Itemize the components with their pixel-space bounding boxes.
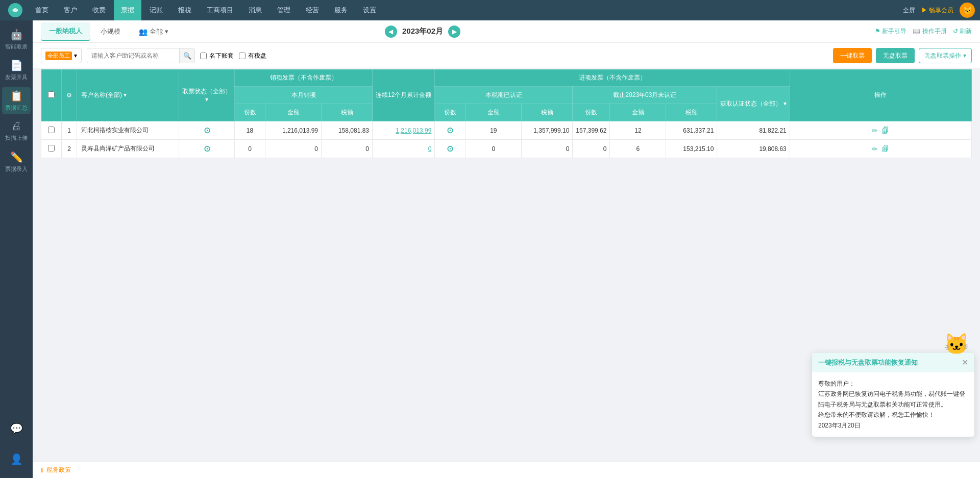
nav-operation[interactable]: 经营	[299, 0, 326, 20]
copy-icon[interactable]: 🗐	[882, 145, 889, 153]
edit-icon[interactable]: ✏	[872, 145, 878, 153]
search-input[interactable]	[87, 48, 179, 63]
row1-uncert-amount: 631,337.21	[666, 121, 717, 140]
table-row: 2 灵寿县尚泽矿产品有限公司 ⊙ 0 0 0 0 ⊙ 0 0 0 6	[41, 140, 972, 158]
employee-filter[interactable]: 全部员工 ▾	[41, 48, 82, 63]
nav-tax[interactable]: 报税	[171, 0, 199, 20]
notification-close-btn[interactable]: ✕	[962, 358, 968, 367]
manual-btn[interactable]: 📖 操作手册	[913, 27, 946, 36]
user-group-icon: 👥	[139, 28, 148, 36]
top-nav-right: 全屏 ▶ 畅享会员 🐱	[903, 3, 975, 18]
th-sales-amount: 金额	[265, 104, 322, 121]
select-all-checkbox[interactable]	[48, 91, 55, 98]
th-cert-count: 份数	[435, 104, 465, 121]
sidebar-item-chat[interactable]: 💬	[2, 415, 31, 442]
row2-select-checkbox[interactable]	[48, 145, 55, 152]
tab-general-taxpayer[interactable]: 一般纳税人	[41, 22, 90, 41]
row1-obtain-status: ⊙	[435, 121, 465, 140]
nav-service[interactable]: 服务	[327, 0, 355, 20]
th-purchase-header: 进项发票（不含作废票）	[435, 69, 790, 87]
nav-bookkeeping[interactable]: 记账	[142, 0, 170, 20]
scan-upload-icon: 🖨	[11, 120, 21, 132]
nav-settings[interactable]: 设置	[356, 0, 383, 20]
tax-disk-checkbox[interactable]	[239, 53, 246, 59]
no-disk-ticket-btn[interactable]: 无盘取票	[876, 48, 915, 63]
one-key-ticket-btn[interactable]: 一键取票	[833, 48, 872, 63]
notification-title: 一键报税与无盘取票功能恢复通知	[818, 358, 918, 367]
nav-manage[interactable]: 管理	[270, 0, 298, 20]
sidebar-item-invoice-summary[interactable]: 📋 票据汇总	[2, 87, 31, 114]
th-uncert-count: 份数	[573, 104, 610, 121]
my-accounts-checkbox[interactable]	[200, 53, 207, 59]
edit-icon[interactable]: ✏	[872, 127, 878, 135]
row2-uncert-tax: 19,808.63	[717, 140, 790, 158]
nav-fee[interactable]: 收费	[85, 0, 113, 20]
row1-select-checkbox[interactable]	[48, 127, 55, 133]
notification-text: 尊敬的用户： 江苏政务网已恢复访问电子税务局功能，易代账一键登陆电子税务局与无盘…	[818, 379, 968, 431]
avatar[interactable]: 🐱	[960, 3, 975, 18]
th-sales-header: 销项发票（不含作废票）	[235, 69, 373, 87]
tax-policy-link[interactable]: 税务政策	[46, 466, 71, 474]
th-cert-amount: 金额	[465, 104, 522, 121]
refresh-btn[interactable]: ↺ 刷新	[953, 27, 972, 36]
row2-obtain-status: ⊙	[435, 140, 465, 158]
period-next-btn[interactable]: ▶	[448, 26, 460, 38]
logo	[5, 0, 26, 20]
nav-business[interactable]: 工商项目	[200, 0, 240, 20]
sidebar-item-label: 扫描上传	[5, 134, 28, 142]
row1-checkbox	[41, 121, 62, 140]
notification-body: 尊敬的用户： 江苏政务网已恢复访问电子税务局功能，易代账一键登陆电子税务局与无盘…	[812, 372, 974, 437]
sidebar-item-label: 票据汇总	[5, 104, 28, 112]
tab-small-scale[interactable]: 小规模	[92, 22, 129, 41]
sidebar-item-label: 发票开具	[5, 73, 28, 81]
row2-month-count: 0	[235, 140, 265, 158]
copy-icon[interactable]: 🗐	[882, 127, 889, 135]
new-guide-btn[interactable]: ⚑ 新手引导	[875, 27, 906, 36]
row1-customer: 河北柯搭桉实业有限公司	[77, 121, 179, 140]
nav-message[interactable]: 消息	[241, 0, 269, 20]
th-obtain-status: 获取认证状态（全部） ▾	[717, 87, 790, 121]
sidebar-item-label: 票据录入	[5, 165, 28, 173]
checkbox-my-accounts[interactable]: 名下账套	[200, 52, 234, 60]
nav-customer[interactable]: 客户	[57, 0, 84, 20]
sidebar-item-scan-upload[interactable]: 🖨 扫描上传	[2, 117, 31, 145]
search-button[interactable]: 🔍	[179, 48, 194, 63]
invoice-entry-icon: ✏️	[10, 151, 23, 163]
row2-cancel-status: ⊙	[179, 140, 235, 158]
row1-cumulative[interactable]: 1,216,013.99	[373, 121, 435, 140]
sidebar-item-invoice-open[interactable]: 📄 发票开具	[2, 56, 31, 84]
period-prev-btn[interactable]: ◀	[385, 26, 397, 38]
row1-uncert-count: 12	[610, 121, 666, 140]
th-customer: 客户名称(全部) ▾	[77, 69, 179, 121]
th-settings-icon: ⚙	[62, 69, 77, 121]
member-btn[interactable]: ▶ 畅享会员	[921, 6, 953, 15]
filter-dropdown-icon: ▾	[74, 52, 77, 59]
status-bar: ℹ 税务政策	[33, 462, 980, 478]
dropdown-arrow-icon: ▾	[963, 52, 966, 59]
nav-home[interactable]: 首页	[28, 0, 56, 20]
sidebar-item-invoice-entry[interactable]: ✏️ 票据录入	[2, 148, 31, 175]
invoice-table: ⚙ 客户名称(全部) ▾ 取票状态（全部） ▾ 销项发票（不含作废票） 连续12…	[41, 69, 972, 158]
fullscreen-btn[interactable]: 全屏	[903, 6, 915, 15]
row1-actions: ✏ 🗐	[790, 121, 971, 140]
row2-actions: ✏ 🗐	[790, 140, 971, 158]
toolbar-right: 一键取票 无盘取票 无盘取票操作 ▾	[833, 48, 972, 63]
sidebar-item-smart-ticket[interactable]: 🤖 智能取票	[2, 26, 31, 53]
chat-icon: 💬	[10, 422, 23, 435]
action-icons: ✏ 🗐	[793, 127, 968, 135]
sidebar-item-profile[interactable]: 👤	[2, 445, 31, 473]
th-uncert-tax: 税额	[666, 104, 717, 121]
checkbox-tax-disk[interactable]: 有税盘	[239, 52, 266, 60]
row2-cumulative[interactable]: 0	[373, 140, 435, 158]
row2-period-tax: 0	[573, 140, 610, 158]
row2-period-amount: 0	[522, 140, 573, 158]
row2-uncert-count: 6	[610, 140, 666, 158]
nav-invoice[interactable]: 票据	[114, 0, 141, 20]
no-disk-ops-btn[interactable]: 无盘取票操作 ▾	[919, 48, 972, 63]
th-uncertified: 截止2023年03月未认证	[573, 87, 717, 104]
checkmark-icon: ⊙	[204, 144, 210, 153]
checkmark-icon: ⊙	[204, 126, 210, 135]
toolbar: 全部员工 ▾ 🔍 名下账套 有税盘 一键取票 无盘取票 无盘取票操作 ▾	[33, 43, 980, 69]
tab-all[interactable]: 👥 全能 ▾	[131, 22, 177, 41]
row1-uncert-tax: 81,822.21	[717, 121, 790, 140]
